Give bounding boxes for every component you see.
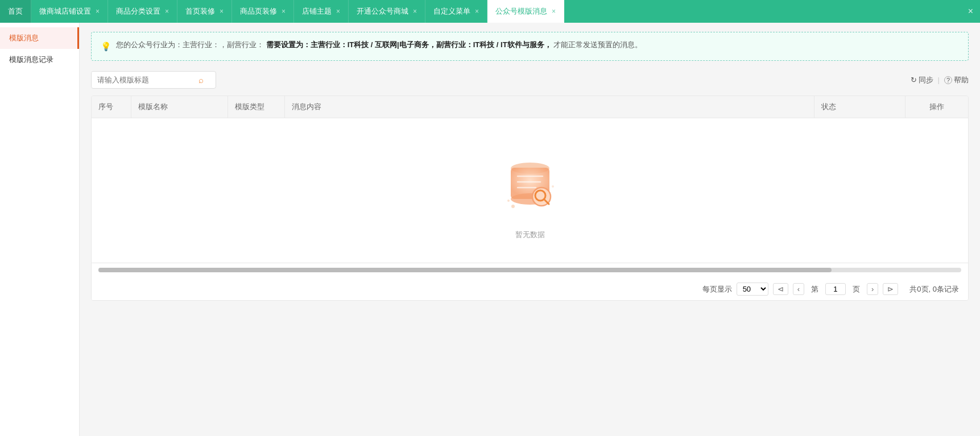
sidebar: 模版消息 模版消息记录 xyxy=(0,23,80,436)
next-page-button[interactable]: › xyxy=(867,283,878,295)
nav-tab-weshop-label: 微商城店铺设置 xyxy=(39,6,91,16)
empty-state: 暂无数据 xyxy=(92,118,968,263)
nav-tab-productpage-label: 商品页装修 xyxy=(240,6,277,16)
page-unit: 页 xyxy=(853,284,860,294)
first-page-button[interactable]: ⊲ xyxy=(773,283,788,295)
nav-tab-productpage[interactable]: 商品页装修 × xyxy=(232,0,294,23)
th-seq: 序号 xyxy=(92,96,131,118)
notice-text: 您的公众号行业为：主营行业：，副营行业： 需要设置为：主营行业：IT科技 / 互… xyxy=(116,39,642,51)
nav-tab-openstore-close[interactable]: × xyxy=(413,7,417,15)
search-icon: ⌕ xyxy=(199,75,204,85)
nav-tab-theme[interactable]: 店铺主题 × xyxy=(294,0,349,23)
nav-tab-templatemsg-close[interactable]: × xyxy=(552,7,556,15)
svg-point-11 xyxy=(552,185,554,188)
nav-tab-custommenu-close[interactable]: × xyxy=(475,7,479,15)
help-button[interactable]: ? 帮助 xyxy=(944,75,969,85)
search-input-wrap: ⌕ xyxy=(91,71,216,89)
th-content: 消息内容 xyxy=(285,96,814,118)
th-status: 状态 xyxy=(814,96,905,118)
empty-illustration xyxy=(496,152,564,221)
nav-tab-homepage-close[interactable]: × xyxy=(220,7,224,15)
th-action: 操作 xyxy=(905,96,968,118)
sync-icon: ↻ xyxy=(911,76,917,84)
sidebar-item-template-msg-log-label: 模版消息记录 xyxy=(9,55,53,64)
total-info: 共0页, 0条记录 xyxy=(909,284,959,294)
scrollbar-thumb xyxy=(98,268,832,272)
data-table: 序号 模版名称 模版类型 消息内容 状态 操作 xyxy=(91,95,969,301)
nav-tab-templatemsg-label: 公众号模版消息 xyxy=(495,6,547,16)
th-type: 模版类型 xyxy=(228,96,285,118)
current-page-input[interactable] xyxy=(825,283,846,295)
nav-tab-home[interactable]: 首页 xyxy=(0,0,31,23)
toolbar-right: ↻ 同步 | ? 帮助 xyxy=(911,75,969,85)
nav-tab-category-close[interactable]: × xyxy=(165,7,169,15)
top-nav-bar: 首页 微商城店铺设置 × 商品分类设置 × 首页装修 × 商品页装修 × 店铺主… xyxy=(0,0,980,23)
nav-tab-homepage[interactable]: 首页装修 × xyxy=(177,0,232,23)
search-input[interactable] xyxy=(92,72,194,88)
nav-tab-theme-label: 店铺主题 xyxy=(302,6,332,16)
nav-tab-weshop-close[interactable]: × xyxy=(96,7,100,15)
toolbar-divider: | xyxy=(938,76,940,84)
prev-page-button[interactable]: ‹ xyxy=(793,283,804,295)
svg-point-9 xyxy=(511,205,515,208)
content-area: 💡 您的公众号行业为：主营行业：，副营行业： 需要设置为：主营行业：IT科技 /… xyxy=(80,23,980,436)
page-size-select[interactable]: 50 20 100 xyxy=(737,283,768,296)
notice-suffix: 才能正常发送预置的消息。 xyxy=(553,40,642,49)
nav-tab-openstore-label: 开通公众号商城 xyxy=(357,6,408,16)
search-bar: ⌕ ↻ 同步 | ? 帮助 xyxy=(91,71,969,89)
fake-scrollbar[interactable] xyxy=(98,268,961,272)
pagination: 每页显示 50 20 100 ⊲ ‹ 第 页 › ⊳ 共0页, 0条记录 xyxy=(92,277,968,300)
sidebar-item-template-msg[interactable]: 模版消息 xyxy=(0,27,79,49)
global-close-button[interactable]: × xyxy=(968,6,973,16)
industry-notice: 💡 您的公众号行业为：主营行业：，副营行业： 需要设置为：主营行业：IT科技 /… xyxy=(91,32,969,61)
search-button[interactable]: ⌕ xyxy=(194,72,208,88)
svg-point-10 xyxy=(507,200,510,202)
page-size-label: 每页显示 xyxy=(702,284,732,294)
nav-tab-weshop[interactable]: 微商城店铺设置 × xyxy=(31,0,108,23)
notice-icon: 💡 xyxy=(101,40,111,53)
nav-tab-custommenu[interactable]: 自定义菜单 × xyxy=(425,0,487,23)
nav-tab-category-label: 商品分类设置 xyxy=(116,6,160,16)
nav-tab-productpage-close[interactable]: × xyxy=(282,7,286,15)
sidebar-item-template-msg-label: 模版消息 xyxy=(9,34,39,42)
nav-tab-category[interactable]: 商品分类设置 × xyxy=(108,0,177,23)
nav-tab-theme-close[interactable]: × xyxy=(336,7,340,15)
help-label: 帮助 xyxy=(954,75,969,85)
page-label: 第 xyxy=(811,284,818,294)
table-header: 序号 模版名称 模版类型 消息内容 状态 操作 xyxy=(92,96,968,118)
th-name: 模版名称 xyxy=(131,96,228,118)
sync-button[interactable]: ↻ 同步 xyxy=(911,75,933,85)
nav-tab-custommenu-label: 自定义菜单 xyxy=(433,6,470,16)
sidebar-item-template-msg-log[interactable]: 模版消息记录 xyxy=(0,49,79,70)
nav-tab-homepage-label: 首页装修 xyxy=(185,6,215,16)
notice-emphasis: 需要设置为：主营行业：IT科技 / 互联网|电子商务，副营行业：IT科技 / I… xyxy=(266,40,552,49)
help-icon: ? xyxy=(944,76,952,84)
scrollbar-row xyxy=(92,263,968,277)
last-page-button[interactable]: ⊳ xyxy=(883,283,898,295)
main-layout: 模版消息 模版消息记录 💡 您的公众号行业为：主营行业：，副营行业： 需要设置为… xyxy=(0,23,980,436)
empty-text: 暂无数据 xyxy=(515,230,545,240)
notice-prefix: 您的公众号行业为：主营行业：，副营行业： xyxy=(116,40,264,49)
sync-label: 同步 xyxy=(919,75,933,85)
nav-tab-templatemsg[interactable]: 公众号模版消息 × xyxy=(487,0,564,23)
nav-tab-openstore[interactable]: 开通公众号商城 × xyxy=(349,0,425,23)
nav-tab-home-label: 首页 xyxy=(8,6,23,16)
